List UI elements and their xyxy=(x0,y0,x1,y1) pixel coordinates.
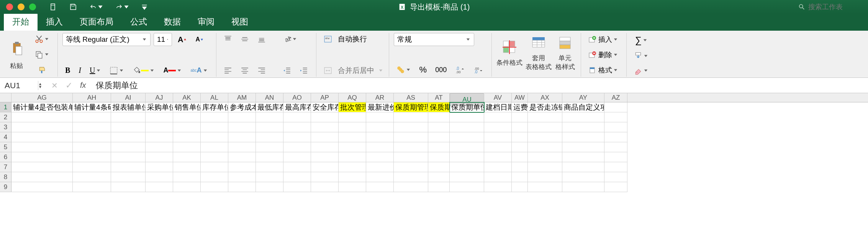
cell-AK6[interactable] xyxy=(173,152,201,162)
undo-button[interactable] xyxy=(87,1,106,13)
cell-AV8[interactable] xyxy=(484,172,512,182)
cell-AZ1[interactable] xyxy=(604,102,627,112)
row-header-7[interactable]: 7 xyxy=(0,162,11,172)
cell-AQ8[interactable] xyxy=(339,172,366,182)
close-icon[interactable] xyxy=(6,3,13,10)
cell-AO9[interactable] xyxy=(283,182,311,192)
cell-AW9[interactable] xyxy=(512,182,528,192)
cell-AW1[interactable]: 运费 xyxy=(512,102,528,112)
cell-AZ5[interactable] xyxy=(604,142,627,152)
column-header-AL[interactable]: AL xyxy=(201,93,228,102)
cell-AU1[interactable]: 保质期单位 xyxy=(450,102,484,112)
cell-AY4[interactable] xyxy=(562,132,604,142)
cell-AP8[interactable] xyxy=(311,172,339,182)
percent-format-button[interactable]: % xyxy=(417,63,430,77)
cell-AV4[interactable] xyxy=(484,132,512,142)
increase-decimal-button[interactable]: .0.00 xyxy=(452,64,468,76)
cell-AT2[interactable] xyxy=(428,112,450,122)
row-header-3[interactable]: 3 xyxy=(0,122,11,132)
cell-AR2[interactable] xyxy=(366,112,394,122)
row-header-9[interactable]: 9 xyxy=(0,182,11,192)
font-name-select[interactable]: 等线 Regular (正文) xyxy=(62,33,151,46)
new-file-button[interactable] xyxy=(47,1,60,13)
cell-AU3[interactable] xyxy=(450,122,484,132)
cell-AK8[interactable] xyxy=(173,172,201,182)
cell-AY8[interactable] xyxy=(562,172,604,182)
cell-AU6[interactable] xyxy=(450,152,484,162)
cell-AP1[interactable]: 安全库存 xyxy=(311,102,339,112)
cell-AW5[interactable] xyxy=(512,142,528,152)
cell-AQ9[interactable] xyxy=(339,182,366,192)
cell-AZ9[interactable] xyxy=(604,182,627,192)
cell-AX7[interactable] xyxy=(528,162,562,172)
fill-color-button[interactable] xyxy=(130,64,157,77)
format-cells-button[interactable]: 格式 xyxy=(586,64,621,77)
cell-AX4[interactable] xyxy=(528,132,562,142)
cell-AX5[interactable] xyxy=(528,142,562,152)
cell-AS8[interactable] xyxy=(394,172,428,182)
cell-AH6[interactable] xyxy=(73,152,111,162)
decrease-decimal-button[interactable]: .00.0 xyxy=(471,64,486,76)
cell-AZ2[interactable] xyxy=(604,112,627,122)
cell-AI2[interactable] xyxy=(111,112,146,122)
column-header-AZ[interactable]: AZ xyxy=(604,93,627,102)
cell-AQ5[interactable] xyxy=(339,142,366,152)
cell-AI9[interactable] xyxy=(111,182,146,192)
cell-AS3[interactable] xyxy=(394,122,428,132)
align-top-button[interactable] xyxy=(221,33,235,45)
cell-AH7[interactable] xyxy=(73,162,111,172)
cell-AK7[interactable] xyxy=(173,162,201,172)
column-header-AH[interactable]: AH xyxy=(73,93,111,102)
tab-数据[interactable]: 数据 xyxy=(156,13,189,31)
align-middle-button[interactable] xyxy=(238,33,252,45)
cell-AN9[interactable] xyxy=(256,182,283,192)
cell-AK1[interactable]: 销售单位 xyxy=(173,102,201,112)
name-box-spinner[interactable]: ▲▼ xyxy=(38,82,42,89)
clear-button[interactable] xyxy=(631,64,651,77)
column-header-AJ[interactable]: AJ xyxy=(146,93,173,102)
cell-AP9[interactable] xyxy=(311,182,339,192)
cell-AG9[interactable] xyxy=(11,182,73,192)
customize-qat-button[interactable] xyxy=(139,2,150,12)
cell-AV7[interactable] xyxy=(484,162,512,172)
cell-AU9[interactable] xyxy=(450,182,484,192)
font-size-select[interactable]: 11 xyxy=(154,33,172,46)
cell-AT3[interactable] xyxy=(428,122,450,132)
cell-AQ3[interactable] xyxy=(339,122,366,132)
cell-AV2[interactable] xyxy=(484,112,512,122)
phonetic-guide-button[interactable]: abcA xyxy=(188,64,210,76)
row-header-6[interactable]: 6 xyxy=(0,152,11,162)
cell-AS1[interactable]: 保质期管理 xyxy=(394,102,428,112)
row-header-2[interactable]: 2 xyxy=(0,112,11,122)
cell-AX3[interactable] xyxy=(528,122,562,132)
number-format-select[interactable]: 常规 xyxy=(394,33,474,46)
cell-AR5[interactable] xyxy=(366,142,394,152)
cell-AP4[interactable] xyxy=(311,132,339,142)
cell-AU5[interactable] xyxy=(450,142,484,152)
minimize-icon[interactable] xyxy=(18,3,25,10)
cell-AS5[interactable] xyxy=(394,142,428,152)
cell-AQ1[interactable]: 批次管理 xyxy=(339,102,366,112)
cell-AK5[interactable] xyxy=(173,142,201,152)
cell-AT6[interactable] xyxy=(428,152,450,162)
cell-AQ4[interactable] xyxy=(339,132,366,142)
fx-icon[interactable]: fx xyxy=(80,81,86,90)
cell-AV5[interactable] xyxy=(484,142,512,152)
cell-AH3[interactable] xyxy=(73,122,111,132)
cell-AL4[interactable] xyxy=(201,132,228,142)
select-all-corner[interactable] xyxy=(0,93,11,102)
cell-AU8[interactable] xyxy=(450,172,484,182)
cell-AV9[interactable] xyxy=(484,182,512,192)
cell-AQ6[interactable] xyxy=(339,152,366,162)
cell-AZ6[interactable] xyxy=(604,152,627,162)
cell-AT7[interactable] xyxy=(428,162,450,172)
column-header-AI[interactable]: AI xyxy=(111,93,146,102)
cell-AT5[interactable] xyxy=(428,142,450,152)
cell-AR7[interactable] xyxy=(366,162,394,172)
cell-AR9[interactable] xyxy=(366,182,394,192)
column-header-AR[interactable]: AR xyxy=(366,93,394,102)
redo-button[interactable] xyxy=(113,1,132,13)
maximize-icon[interactable] xyxy=(29,3,36,10)
cell-AN6[interactable] xyxy=(256,152,283,162)
cell-AW2[interactable] xyxy=(512,112,528,122)
